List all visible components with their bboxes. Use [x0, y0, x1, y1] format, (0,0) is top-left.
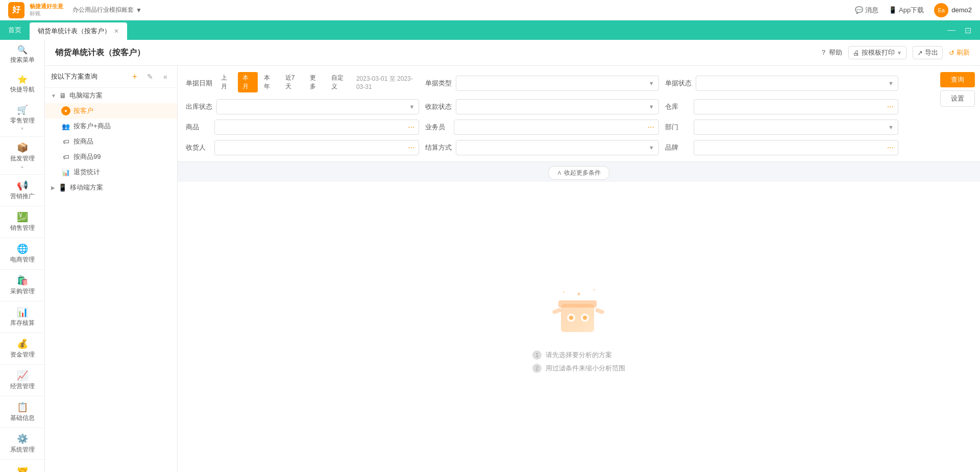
tree-arrow-desktop: ▼	[51, 93, 56, 99]
basic-icon: 📋	[17, 402, 28, 413]
tree-desktop-label: 电脑端方案	[69, 91, 103, 100]
tab-close-icon[interactable]: ✕	[114, 28, 119, 35]
sidebar-item-label: 采购管理	[10, 287, 35, 296]
top-header: 好 畅捷通好生意 标账 办公用品行业模拟账套 ▼ 💬 消息 📱 App下载 Ea…	[0, 0, 980, 20]
filter-out-status-cell: 出库状态 ▼	[186, 99, 419, 114]
edit-scheme-btn[interactable]: ✎	[144, 71, 156, 82]
search-icon: 🔍	[17, 45, 28, 55]
message-btn[interactable]: 💬 消息	[855, 6, 878, 15]
folder-icon: 🖥	[59, 91, 66, 100]
date-btn-this-year[interactable]: 本年	[259, 72, 279, 92]
date-btn-last-month[interactable]: 上月	[216, 72, 236, 92]
date-btn-custom[interactable]: 自定义	[327, 72, 352, 92]
brand-select[interactable]: ···	[694, 140, 898, 155]
query-button[interactable]: 查询	[940, 72, 975, 87]
refresh-btn[interactable]: ↺ 刷新	[949, 48, 970, 57]
sidebar-item-sales[interactable]: 💹 销售管理	[0, 206, 44, 238]
tree-desktop-children: ● 按客户 👥 按客户+商品 🏷 按商品 🏷 按商品99	[45, 103, 177, 180]
sidebar-item-label: 营销推广	[10, 192, 35, 201]
svg-text:✦: ✦	[576, 291, 581, 298]
tree-mobile-group[interactable]: ▶ 📱 移动端方案	[45, 180, 177, 195]
collapse-panel-btn[interactable]: «	[160, 71, 171, 82]
print-icon: 🖨	[853, 49, 860, 57]
doc-status-arrow: ▼	[888, 80, 894, 86]
department-select[interactable]: ▼	[694, 120, 898, 135]
export-icon: ↗	[917, 49, 923, 57]
help-btn[interactable]: ？ 帮助	[820, 48, 842, 57]
receipt-status-select[interactable]: ▼	[456, 99, 658, 114]
warehouse-select[interactable]: ···	[694, 99, 898, 114]
empty-robot-icon: ✦ ✦ ✦	[548, 281, 609, 342]
svg-text:✦: ✦	[593, 288, 596, 292]
collapse-btn[interactable]: ∧ 收起更多条件	[548, 166, 609, 180]
content-area: 销货单统计表（按客户） ？ 帮助 🖨 按模板打印 ▼ ↗ 导出 ↺ 刷新	[45, 40, 980, 472]
empty-tip-1: 1 请先选择要分析的方案	[532, 350, 625, 360]
brand-dots: ···	[887, 143, 894, 152]
tree-item-by-goods99[interactable]: 🏷 按商品99	[45, 149, 177, 164]
payment-select[interactable]: ▼	[456, 140, 658, 155]
sidebar-item-inventory[interactable]: 📊 库存核算	[0, 301, 44, 333]
add-scheme-btn[interactable]: +	[129, 71, 140, 82]
sidebar-item-enterprise[interactable]: 🤝 企业协同	[0, 460, 44, 472]
date-btn-more[interactable]: 更多	[305, 72, 325, 92]
filter-goods-cell: 商品 ···	[186, 120, 419, 135]
sidebar-item-marketing[interactable]: 📢 营销推广	[0, 175, 44, 206]
goods-dots: ···	[408, 123, 414, 132]
settings-button[interactable]: 设置	[940, 90, 975, 107]
tab-home[interactable]: 首页	[0, 20, 30, 40]
nav-dropdown[interactable]: 办公用品行业模拟账套 ▼	[68, 6, 146, 14]
payment-arrow: ▼	[649, 145, 654, 151]
sidebar-search[interactable]: 🔍 搜索菜单	[0, 40, 44, 69]
out-status-select[interactable]: ▼	[216, 99, 419, 114]
filter-row-3: 商品 ··· 业务员 ··· 部门	[186, 120, 939, 135]
wholesale-arrow: ▲	[20, 164, 24, 169]
out-status-label: 出库状态	[186, 102, 212, 111]
goods-select[interactable]: ···	[214, 120, 419, 135]
date-btn-this-month[interactable]: 本月	[238, 72, 258, 92]
doc-status-select[interactable]: ▼	[696, 76, 898, 91]
receipt-status-label: 收款状态	[425, 102, 452, 111]
sidebar-item-wholesale[interactable]: 📦 批发管理 ▲	[0, 137, 44, 175]
sidebar-quick-nav[interactable]: ⭐ 快捷导航	[0, 69, 44, 99]
dept-arrow: ▼	[888, 124, 894, 130]
tree-item-by-customer[interactable]: ● 按客户	[45, 103, 177, 119]
sidebar-item-system[interactable]: ⚙️ 系统管理	[0, 428, 44, 460]
sidebar-item-basic[interactable]: 📋 基础信息	[0, 396, 44, 428]
refresh-icon: ↺	[949, 49, 954, 57]
sidebar-item-finance[interactable]: 💰 资金管理	[0, 333, 44, 365]
warehouse-label: 仓库	[665, 102, 690, 111]
template-print-btn[interactable]: 🖨 按模板打印 ▼	[848, 46, 906, 59]
tree-desktop-group[interactable]: ▼ 🖥 电脑端方案	[45, 88, 177, 103]
header-right: 💬 消息 📱 App下载 Ea demo2	[855, 3, 972, 17]
sidebar-item-retail[interactable]: 🛒 零售管理 ▼	[0, 99, 44, 137]
svg-rect-6	[552, 308, 562, 315]
tab-minimize-btn[interactable]: —	[945, 24, 958, 36]
app-download-btn[interactable]: 📱 App下载	[889, 6, 924, 15]
tree-item-return-stat[interactable]: 📊 退货统计	[45, 164, 177, 180]
tab-sales-stat[interactable]: 销货单统计表（按客户） ✕	[30, 22, 127, 40]
tree-item-by-customer-goods[interactable]: 👥 按客户+商品	[45, 119, 177, 134]
salesperson-select[interactable]: ···	[454, 120, 658, 135]
filter-payment-cell: 结算方式 ▼	[425, 140, 658, 155]
body-layout: 按以下方案查询 + ✎ « ▼ 🖥 电脑端方案 ● 按客户	[45, 66, 980, 472]
sidebar-item-purchase[interactable]: 🛍️ 采购管理	[0, 270, 44, 301]
export-btn[interactable]: ↗ 导出	[913, 46, 943, 59]
tip2-num: 2	[532, 364, 542, 373]
tree-item-by-goods[interactable]: 🏷 按商品	[45, 134, 177, 149]
filter-receiver-cell: 收货人 ···	[186, 140, 419, 155]
left-panel-header: 按以下方案查询 + ✎ «	[45, 66, 177, 88]
sidebar-item-label: 经营管理	[10, 382, 35, 391]
tab-bar-actions: — ⊡	[945, 24, 980, 36]
sidebar-item-label: 资金管理	[10, 350, 35, 359]
receiver-dots: ···	[408, 143, 414, 152]
user-area[interactable]: Ea demo2	[934, 3, 972, 17]
tab-maximize-btn[interactable]: ⊡	[962, 24, 974, 36]
sidebar-item-operations[interactable]: 📈 经营管理	[0, 365, 44, 396]
return-stat-label: 退货统计	[74, 168, 100, 177]
wholesale-icon: 📦	[17, 142, 28, 153]
sidebar-item-ecom[interactable]: 🌐 电商管理	[0, 238, 44, 270]
doc-type-select[interactable]: ▼	[456, 76, 658, 91]
date-btn-7days[interactable]: 近7天	[281, 72, 304, 92]
svg-text:✦: ✦	[562, 290, 566, 295]
receiver-select[interactable]: ···	[214, 140, 419, 155]
